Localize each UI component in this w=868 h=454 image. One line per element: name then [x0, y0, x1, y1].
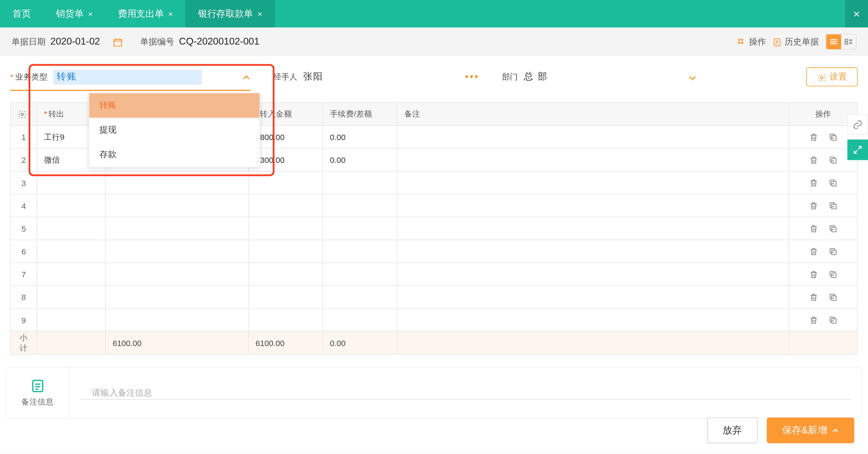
chevron-down-icon[interactable]: [688, 72, 696, 82]
delete-icon[interactable]: [809, 292, 818, 302]
handler-field[interactable]: 经手人 张阳 •••: [273, 67, 479, 86]
biz-type-value[interactable]: 转账: [53, 69, 202, 84]
cell-out-acc[interactable]: [37, 171, 106, 194]
copy-icon[interactable]: [828, 132, 837, 142]
cell-remark[interactable]: [397, 194, 789, 217]
abandon-button[interactable]: 放弃: [707, 417, 758, 443]
operate-button[interactable]: 操作: [738, 36, 766, 47]
cell-out-acc[interactable]: [37, 263, 106, 285]
dept-value[interactable]: 总 部: [524, 68, 672, 86]
cell-fee[interactable]: [323, 217, 397, 240]
cell-in-amt[interactable]: [248, 286, 323, 309]
handler-value[interactable]: 张阳: [303, 68, 452, 86]
biz-type-field[interactable]: * 业务类型 转账: [10, 67, 250, 86]
tab-bank[interactable]: 银行存取款单×: [186, 0, 275, 27]
settings-button[interactable]: 设置: [806, 67, 858, 86]
delete-icon[interactable]: [809, 315, 818, 325]
delete-icon[interactable]: [809, 132, 818, 142]
view-list-button[interactable]: [826, 34, 841, 49]
copy-icon[interactable]: [828, 177, 837, 188]
copy-icon[interactable]: [828, 155, 837, 165]
delete-icon[interactable]: [809, 246, 818, 257]
row-number: 7: [11, 263, 37, 285]
view-grid-button[interactable]: [841, 34, 856, 49]
cell-in-amt[interactable]: [248, 240, 323, 263]
cell-remark[interactable]: [397, 240, 789, 263]
history-button[interactable]: 历史单据: [773, 36, 819, 47]
table-row[interactable]: 4: [11, 194, 858, 217]
delete-icon[interactable]: [809, 269, 818, 279]
cell-col2[interactable]: [105, 194, 248, 217]
delete-icon[interactable]: [809, 200, 818, 211]
cell-in-amt[interactable]: [248, 217, 323, 240]
dropdown-option-transfer[interactable]: 转账: [89, 93, 259, 118]
cell-out-acc[interactable]: [37, 194, 106, 217]
expand-icon[interactable]: [847, 140, 868, 160]
cell-fee[interactable]: [323, 309, 397, 331]
copy-icon[interactable]: [828, 269, 837, 279]
delete-icon[interactable]: [809, 223, 818, 234]
delete-icon[interactable]: [809, 155, 818, 165]
cell-out-acc[interactable]: [37, 309, 106, 331]
cell-remark[interactable]: [397, 125, 789, 148]
dept-field[interactable]: 部门 总 部: [502, 67, 697, 86]
remark-input[interactable]: 请输入备注信息: [81, 386, 850, 400]
cell-fee[interactable]: [323, 263, 397, 285]
copy-icon[interactable]: [828, 246, 837, 257]
cell-col2[interactable]: [105, 309, 248, 331]
copy-icon[interactable]: [828, 223, 837, 234]
cell-remark[interactable]: [397, 171, 789, 194]
cell-out-acc[interactable]: [37, 240, 106, 263]
cell-fee[interactable]: [323, 194, 397, 217]
window-close-button[interactable]: ×: [845, 0, 868, 27]
close-icon[interactable]: ×: [88, 9, 93, 19]
delete-icon[interactable]: [809, 177, 818, 188]
date-value[interactable]: 2020-01-02: [50, 36, 100, 47]
cell-ops: [789, 217, 858, 240]
cell-col2[interactable]: [105, 217, 248, 240]
copy-icon[interactable]: [828, 200, 837, 211]
cell-in-amt[interactable]: [248, 194, 323, 217]
table-row[interactable]: 3: [11, 171, 858, 194]
cell-out-acc[interactable]: [37, 217, 106, 240]
dropdown-option-deposit[interactable]: 存款: [89, 143, 259, 167]
cell-out-acc[interactable]: [37, 286, 106, 309]
cell-in-amt[interactable]: [248, 309, 323, 331]
cell-remark[interactable]: [397, 286, 789, 309]
cell-remark[interactable]: [397, 148, 789, 171]
save-new-button[interactable]: 保存&新增: [766, 417, 854, 443]
cell-fee[interactable]: 0.00: [323, 148, 397, 171]
copy-icon[interactable]: [828, 315, 837, 325]
cell-fee[interactable]: [323, 171, 397, 194]
cell-remark[interactable]: [397, 309, 789, 331]
ellipsis-icon[interactable]: •••: [465, 71, 479, 83]
cell-col2[interactable]: [105, 263, 248, 285]
table-row[interactable]: 8: [11, 286, 858, 309]
close-icon[interactable]: ×: [168, 9, 173, 19]
cell-remark[interactable]: [397, 263, 789, 285]
link-icon[interactable]: [847, 114, 868, 135]
table-row[interactable]: 7: [11, 263, 858, 285]
close-icon[interactable]: ×: [258, 9, 262, 19]
table-row[interactable]: 6: [11, 240, 858, 263]
tab-home[interactable]: 首页: [0, 0, 43, 27]
cell-col2[interactable]: [105, 171, 248, 194]
cell-in-amt[interactable]: [248, 171, 323, 194]
tab-sales[interactable]: 销货单×: [43, 0, 105, 27]
cell-fee[interactable]: [323, 240, 397, 263]
table-row[interactable]: 9: [11, 309, 858, 331]
cell-col2[interactable]: [105, 286, 248, 309]
cell-remark[interactable]: [397, 217, 789, 240]
cell-ops: [789, 240, 858, 263]
cell-fee[interactable]: 0.00: [323, 125, 397, 148]
calendar-icon[interactable]: [113, 36, 123, 48]
chevron-up-icon[interactable]: [242, 72, 250, 82]
tab-expense[interactable]: 费用支出单×: [105, 0, 186, 27]
cell-col2[interactable]: [105, 240, 248, 263]
cell-fee[interactable]: [323, 286, 397, 309]
cell-in-amt[interactable]: [248, 263, 323, 285]
copy-icon[interactable]: [828, 292, 837, 302]
dropdown-option-withdraw[interactable]: 提现: [89, 118, 259, 143]
table-row[interactable]: 5: [11, 217, 858, 240]
gear-header[interactable]: [11, 103, 37, 125]
